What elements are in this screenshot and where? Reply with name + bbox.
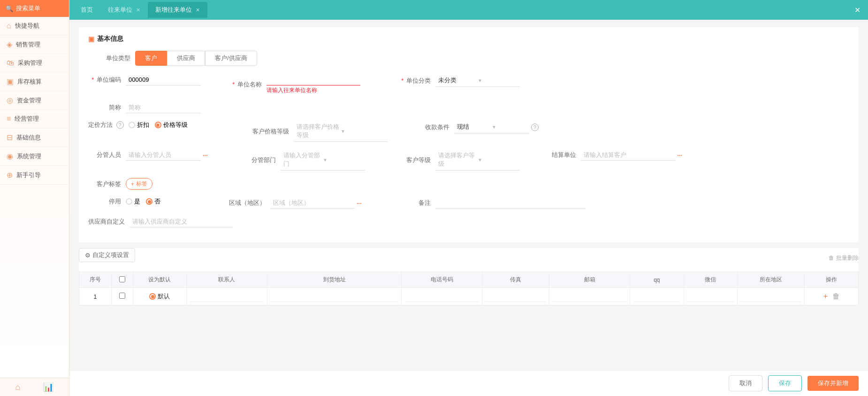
tab-partners-label: 往来单位 [108, 6, 132, 14]
manager-input[interactable] [126, 149, 201, 161]
tab-new-partner-close[interactable]: ✕ [196, 7, 200, 13]
unit-category-select[interactable]: 未分类 ▼ [435, 74, 520, 87]
row-fax-input[interactable] [485, 291, 546, 302]
tab-bar: 首页 往来单位 ✕ 新增往来单位 ✕ ✕ [69, 0, 868, 20]
batch-delete-label: 批量删除 [836, 254, 859, 262]
sidebar-item-inventory[interactable]: ▣ 库存核算 [0, 72, 69, 91]
payment-terms-select[interactable]: 现结 ▼ [454, 121, 529, 133]
radio-circle-no [146, 198, 152, 205]
manager-more-btn[interactable]: ··· [201, 152, 210, 159]
region-input[interactable] [270, 197, 355, 209]
supplier-custom-field: 供应商自定义 [88, 216, 276, 227]
sidebar-item-finance[interactable]: ◎ 资金管理 [0, 91, 69, 110]
type-btn-customer[interactable]: 客户 [135, 51, 167, 66]
customer-level-select[interactable]: 请选择客户等级 ▼ [435, 149, 520, 171]
disabled-yes-radio[interactable]: 是 [126, 197, 140, 206]
sidebar-item-label: 新手引导 [16, 171, 41, 179]
window-close-btn[interactable]: ✕ [851, 4, 864, 16]
tab-home[interactable]: 首页 [73, 2, 100, 18]
sidebar-item-operations[interactable]: ≡ 经营管理 [0, 110, 69, 128]
row-wechat-input[interactable] [687, 291, 735, 302]
settlement-more-btn[interactable]: ··· [675, 152, 684, 159]
th-qq: qq [630, 272, 684, 288]
dept-label: 分管部门 [243, 156, 281, 164]
tab-partners[interactable]: 往来单位 ✕ [100, 2, 148, 18]
radio-circle-discount [129, 122, 135, 128]
pricing-radio-group: 折扣 价格等级 [129, 121, 188, 129]
pricing-discount-radio[interactable]: 折扣 [129, 121, 149, 129]
row-delete-btn[interactable]: 🗑 [831, 292, 841, 301]
customer-price-select[interactable]: 请选择客户价格等级 ▼ [294, 121, 388, 142]
row-qq-input[interactable] [633, 291, 681, 302]
pricing-level-radio[interactable]: 价格等级 [155, 121, 188, 129]
unit-code-label: * 单位编码 [88, 76, 126, 84]
row-address-input[interactable] [270, 291, 398, 302]
type-btn-supplier[interactable]: 供应商 [167, 51, 205, 66]
sales-icon: ◈ [7, 40, 12, 49]
radio-circle-level [155, 122, 161, 128]
sidebar-item-guide[interactable]: ⊕ 新手引导 [0, 166, 69, 185]
sidebar-item-purchase[interactable]: 🛍 采购管理 [0, 54, 69, 72]
row-region-input[interactable] [740, 291, 801, 302]
th-action: 操作 [805, 272, 859, 288]
th-wechat: 微信 [684, 272, 738, 288]
sidebar: 🔍 搜索菜单 ⌂ 快捷导航 ◈ 销售管理 🛍 采购管理 ▣ 库存核算 ◎ 资金管… [0, 0, 69, 396]
custom-settings-btn[interactable]: ⚙ 自定义项设置 [79, 248, 135, 262]
settlement-input[interactable] [581, 149, 675, 161]
inventory-icon: ▣ [7, 77, 14, 86]
tab-partners-close[interactable]: ✕ [136, 7, 140, 13]
remark-input[interactable] [435, 197, 586, 209]
disabled-yes-label: 是 [134, 197, 140, 206]
unit-type-row: 单位类型 客户 供应商 客户/供应商 [88, 51, 849, 66]
tab-new-partner[interactable]: 新增往来单位 ✕ [148, 2, 207, 18]
unit-name-field: * 单位名称 请输入往来单位名称 [229, 74, 388, 94]
save-button[interactable]: 保存 [768, 375, 802, 391]
system-icon: ◉ [7, 152, 13, 161]
short-name-input[interactable] [126, 102, 201, 113]
row-region [738, 288, 805, 305]
type-btn-both[interactable]: 客户/供应商 [205, 51, 257, 66]
row-select-checkbox[interactable] [119, 293, 125, 299]
form-footer: 取消 保存 保存并新增 [69, 370, 868, 396]
main-area: 首页 往来单位 ✕ 新增往来单位 ✕ ✕ ▣ 基本信息 单位类型 客户 供应商 … [69, 0, 868, 396]
sidebar-item-system[interactable]: ◉ 系统管理 [0, 147, 69, 166]
row-add-btn[interactable]: + [822, 292, 829, 301]
row-phone-input[interactable] [404, 291, 479, 302]
radio-circle-yes [126, 198, 132, 205]
cancel-button[interactable]: 取消 [729, 375, 762, 391]
supplier-custom-input[interactable] [129, 216, 233, 227]
tab-new-partner-label: 新增往来单位 [155, 6, 192, 14]
home-icon: ⌂ [7, 22, 11, 30]
plus-icon: + [131, 181, 134, 187]
unit-category-label: * 单位分类 [398, 77, 435, 85]
row-address [267, 288, 401, 305]
sidebar-item-label: 采购管理 [18, 59, 42, 67]
pricing-help-icon[interactable]: ? [116, 121, 124, 129]
search-menu-btn[interactable]: 🔍 搜索菜单 [0, 0, 69, 17]
short-name-label: 简称 [88, 103, 126, 112]
sidebar-item-quick-nav[interactable]: ⌂ 快捷导航 [0, 17, 69, 35]
sidebar-item-sales[interactable]: ◈ 销售管理 [0, 35, 69, 54]
select-all-checkbox[interactable] [119, 276, 125, 282]
row-default-radio[interactable]: 默认 [136, 292, 184, 301]
unit-code-input[interactable] [126, 74, 201, 85]
row-contact [187, 288, 267, 305]
disabled-no-radio[interactable]: 否 [146, 197, 160, 206]
sidebar-item-basic-info[interactable]: ⊟ 基础信息 [0, 128, 69, 147]
row-contact-input[interactable] [190, 291, 264, 302]
row-email-input[interactable] [552, 291, 627, 302]
section-title-text: 基本信息 [97, 35, 123, 43]
save-new-button[interactable]: 保存并新增 [807, 376, 859, 391]
add-tag-btn[interactable]: + 标签 [126, 178, 152, 190]
th-default: 设为默认 [133, 272, 187, 288]
customer-level-field: 客户等级 请选择客户等级 ▼ [398, 149, 539, 171]
payment-help-icon[interactable]: ? [531, 124, 539, 131]
row-action: + 🗑 [805, 288, 859, 305]
region-more-btn[interactable]: ··· [355, 200, 364, 207]
dept-select[interactable]: 请输入分管部门 ▼ [281, 149, 365, 171]
gear-icon: ⚙ [85, 252, 91, 259]
th-checkbox [111, 272, 133, 288]
batch-delete-btn[interactable]: 🗑 批量删除 [829, 254, 859, 262]
sidebar-item-label: 资金管理 [17, 96, 41, 105]
unit-name-input[interactable] [266, 74, 360, 85]
